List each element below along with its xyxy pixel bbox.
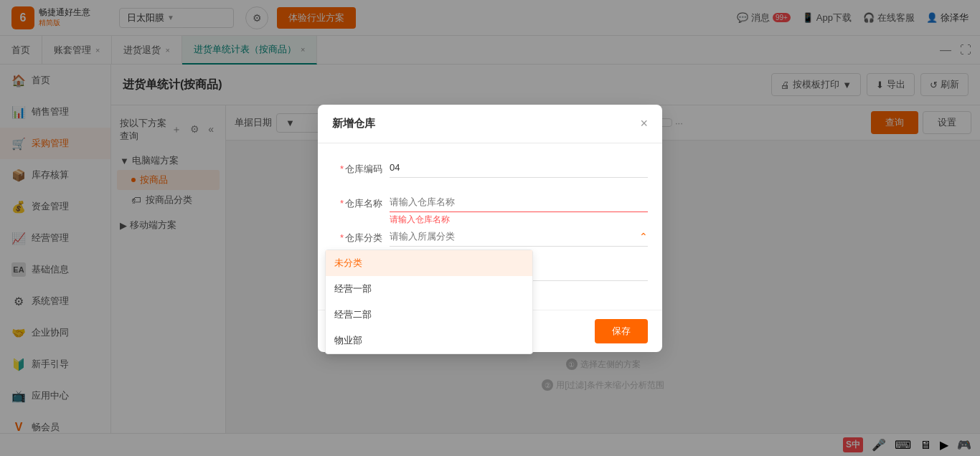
- dropdown-item-dept1[interactable]: 经营一部: [326, 276, 532, 302]
- code-label: 仓库编码: [332, 158, 390, 176]
- category-field: ⌃ 未分类 经营一部 经营二部 物业部: [390, 227, 648, 247]
- dialog-close-button[interactable]: ×: [640, 116, 648, 131]
- modal-overlay: 新增仓库 × 仓库编码 仓库名称 请输入仓库名称 仓库分类: [0, 0, 980, 456]
- dialog-add-warehouse: 新增仓库 × 仓库编码 仓库名称 请输入仓库名称 仓库分类: [318, 105, 662, 352]
- form-row-name: 仓库名称 请输入仓库名称: [332, 192, 648, 212]
- form-row-category: 仓库分类 ⌃ 未分类 经营一部 经营二部 物业部: [332, 227, 648, 247]
- code-input[interactable]: [390, 158, 648, 178]
- name-field: 请输入仓库名称: [390, 192, 648, 212]
- code-field: [390, 158, 648, 178]
- dialog-body: 仓库编码 仓库名称 请输入仓库名称 仓库分类 ⌃: [318, 143, 662, 310]
- name-input[interactable]: [390, 192, 648, 212]
- dialog-header: 新增仓库 ×: [318, 105, 662, 143]
- dropdown-item-dept2[interactable]: 经营二部: [326, 302, 532, 328]
- category-input[interactable]: [390, 227, 648, 247]
- save-button[interactable]: 保存: [595, 319, 648, 343]
- category-dropdown: 未分类 经营一部 经营二部 物业部: [325, 250, 533, 354]
- form-row-code: 仓库编码: [332, 158, 648, 178]
- dialog-title: 新增仓库: [332, 117, 375, 130]
- dropdown-item-uncategorized[interactable]: 未分类: [326, 250, 532, 276]
- dropdown-item-dept3[interactable]: 物业部: [326, 328, 532, 353]
- name-label: 仓库名称: [332, 192, 390, 210]
- category-toggle-icon[interactable]: ⌃: [639, 231, 648, 242]
- name-error-msg: 请输入仓库名称: [390, 214, 450, 226]
- category-label: 仓库分类: [332, 227, 390, 244]
